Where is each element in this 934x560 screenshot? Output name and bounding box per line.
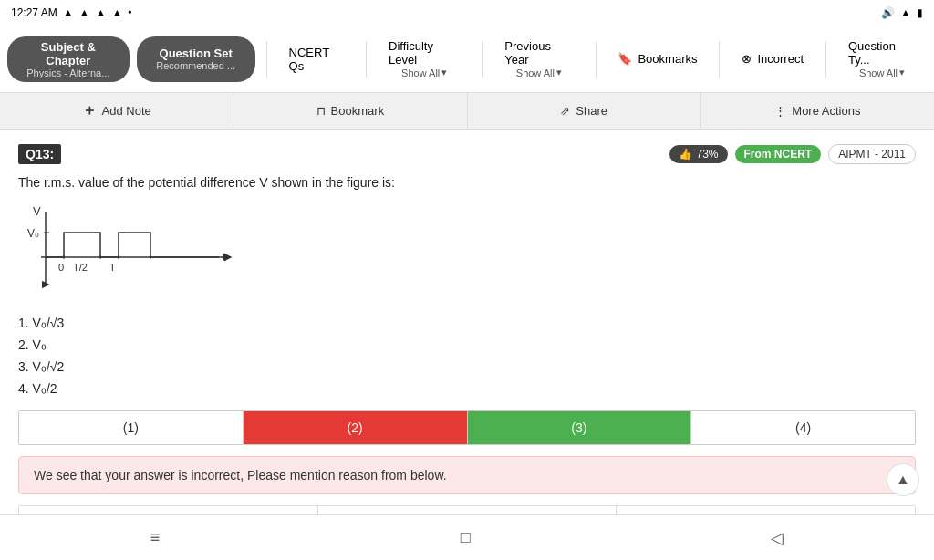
plus-icon: ＋ [82,101,97,120]
answer-tabs: (1) (2) (3) (4) [18,410,916,445]
bookmark-icon: 🔖 [617,52,632,66]
back-icon: ◁ [771,529,784,547]
exam-badge: AIPMT - 2011 [828,144,916,164]
bookmark-toolbar-icon: ⊓ [317,104,326,118]
answer-tab-4[interactable]: (4) [691,411,915,444]
question-type-label: Question Ty... [848,39,916,67]
subject-chapter-label: Subject & Chapter [20,40,117,67]
options-list: 1. V₀/√3 2. V₀ 3. V₀/√2 4. V₀/2 [18,316,916,396]
nav-divider-2 [366,41,367,78]
subject-chapter-chip[interactable]: Subject & Chapter Physics - Alterna... [7,36,130,82]
question-number: Q13: [18,144,61,164]
svg-text:0: 0 [58,262,64,273]
svg-text:V: V [33,204,41,218]
signal-icon-3: ▲ [95,6,106,19]
add-note-btn[interactable]: ＋ Add Note [0,93,234,129]
option-1: 1. V₀/√3 [18,316,916,330]
square-icon: □ [461,528,471,546]
chevron-down-icon: ▾ [441,67,447,78]
incorrect-btn[interactable]: ⊗ Incorrect [731,36,815,82]
time-display: 12:27 AM [11,6,57,19]
svg-text:T: T [109,262,116,273]
previous-year-label: Previous Year [504,39,573,67]
answer-tab-3[interactable]: (3) [468,411,692,444]
signal-icon-2: ▲ [79,6,90,19]
bottom-nav: ≡ □ ◁ [0,514,934,560]
difficulty-level-nav[interactable]: Difficulty Level Show All ▾ [378,36,471,82]
nav-divider-3 [482,41,483,78]
menu-icon-btn[interactable]: ≡ [132,521,179,555]
question-set-label: Question Set [160,47,233,60]
reason-tabs: Silly Mistake Conceptual Mistake Other R… [18,505,916,514]
previous-year-nav[interactable]: Previous Year Show All ▾ [493,36,584,82]
share-btn[interactable]: ⇗ Share [468,93,701,129]
question-type-nav[interactable]: Question Ty... Show All ▾ [837,36,927,82]
nav-divider-5 [719,41,720,78]
question-type-sub: Show All ▾ [859,67,905,78]
volume-icon: 🔊 [881,6,895,19]
dot-icon: • [128,6,131,19]
question-set-sublabel: Recommended ... [156,60,235,71]
toolbar: ＋ Add Note ⊓ Bookmark ⇗ Share ⋮ More Act… [0,93,934,130]
x-circle-icon: ⊗ [742,52,752,66]
question-set-chip[interactable]: Question Set Recommended ... [137,36,255,82]
graph-container: V t V₀ 0 T/2 T [18,202,916,303]
more-actions-btn[interactable]: ⋮ More Actions [701,93,934,129]
like-badge: 👍 73% [669,145,727,163]
chevron-down-icon-2: ▾ [556,67,562,78]
question-header: Q13: 👍 73% From NCERT AIPMT - 2011 [18,144,916,164]
nav-divider-1 [266,41,267,78]
svg-text:t: t [223,250,226,264]
option-4: 4. V₀/2 [18,381,916,396]
option-3: 3. V₀/√2 [18,359,916,374]
ncert-qs-tab[interactable]: NCERT Qs [278,36,356,82]
answer-tab-2[interactable]: (2) [244,411,468,444]
main-content: Q13: 👍 73% From NCERT AIPMT - 2011 The r… [0,130,934,514]
reason-other[interactable]: Other Reason [617,506,915,514]
answer-tab-1[interactable]: (1) [19,411,244,444]
subject-chapter-sublabel: Physics - Alterna... [26,67,109,78]
bookmark-btn[interactable]: ⊓ Bookmark [234,93,467,129]
svg-text:T/2: T/2 [73,262,88,273]
chevron-down-icon-3: ▾ [899,67,905,78]
wifi-icon: ▲ [900,6,911,19]
question-text: The r.m.s. value of the potential differ… [18,175,916,190]
previous-year-sub: Show All ▾ [516,67,562,78]
nav-divider-6 [825,41,826,78]
ncert-qs-label: NCERT Qs [289,46,345,73]
scroll-up-button[interactable]: ▲ [887,463,919,496]
svg-text:V₀: V₀ [27,227,39,240]
more-dots-icon: ⋮ [774,104,786,118]
question-badges: 👍 73% From NCERT AIPMT - 2011 [669,144,916,164]
battery-icon: ▮ [917,6,923,19]
hamburger-icon: ≡ [150,528,161,546]
signal-icon-4: ▲ [111,6,122,19]
signal-icon-1: ▲ [63,6,74,19]
share-icon: ⇗ [560,104,570,118]
ncert-badge: From NCERT [735,145,822,163]
option-2: 2. V₀ [18,337,916,352]
navbar: Subject & Chapter Physics - Alterna... Q… [0,26,934,93]
nav-divider-4 [596,41,597,78]
potential-graph: V t V₀ 0 T/2 T [18,202,237,303]
bookmarks-btn[interactable]: 🔖 Bookmarks [607,36,708,82]
thumbs-up-icon: 👍 [679,148,692,161]
reason-silly-mistake[interactable]: Silly Mistake [19,506,318,514]
home-icon-btn[interactable]: □ [442,521,489,555]
incorrect-message: We see that your answer is incorrect, Pl… [18,456,916,494]
back-icon-btn[interactable]: ◁ [752,521,802,555]
status-bar: 12:27 AM ▲ ▲ ▲ ▲ • 🔊 ▲ ▮ [0,0,934,26]
difficulty-level-sub: Show All ▾ [401,67,447,78]
reason-conceptual-mistake[interactable]: Conceptual Mistake [318,506,617,514]
difficulty-level-label: Difficulty Level [389,39,460,67]
